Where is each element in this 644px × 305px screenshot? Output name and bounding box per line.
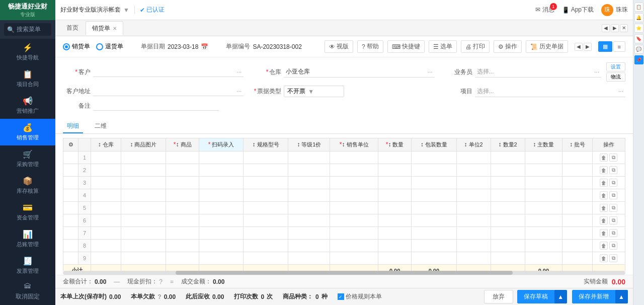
cell[interactable] — [166, 151, 199, 164]
form-nav-next[interactable]: ▶ — [584, 43, 592, 51]
address-picker-icon[interactable]: ··· — [236, 88, 242, 95]
project-picker-icon[interactable]: ··· — [618, 88, 623, 95]
cell[interactable] — [91, 202, 121, 214]
cell[interactable] — [199, 240, 244, 252]
cell[interactable] — [330, 214, 378, 227]
warehouse-picker-icon[interactable]: ··· — [428, 68, 433, 75]
rt-btn-4[interactable]: 🔖 — [634, 34, 643, 43]
cell[interactable] — [491, 227, 525, 240]
rt-btn-2[interactable]: 🔔 — [634, 13, 643, 22]
sidebar-item-project[interactable]: 📋 项目合同 — [0, 65, 55, 92]
cell[interactable] — [412, 202, 457, 214]
cell[interactable] — [412, 214, 457, 227]
form-nav-prev[interactable]: ◀ — [575, 43, 583, 51]
cell[interactable] — [525, 214, 562, 227]
row-copy-btn[interactable]: ⧉ — [609, 191, 617, 199]
cell[interactable] — [121, 202, 166, 214]
row-delete-btn[interactable]: 🗑 — [600, 229, 608, 237]
cell[interactable] — [491, 151, 525, 164]
cell[interactable] — [166, 164, 199, 177]
cell[interactable] — [63, 177, 78, 189]
view-button[interactable]: 👁视版 — [325, 40, 353, 53]
shortcut-button[interactable]: ⌨快捷键 — [387, 40, 425, 53]
salesperson-input[interactable]: 选择... ··· — [475, 66, 601, 78]
cell[interactable] — [491, 214, 525, 227]
cell[interactable] — [562, 227, 593, 240]
message-button[interactable]: ✉ 消息 1 — [535, 6, 554, 14]
cell[interactable] — [166, 252, 199, 265]
cell[interactable] — [121, 164, 166, 177]
rt-btn-3[interactable]: ⭐ — [634, 24, 643, 33]
row-delete-btn[interactable]: 🗑 — [600, 254, 608, 262]
table-row[interactable]: 9🗑⧉ — [63, 252, 625, 265]
cell[interactable] — [456, 240, 491, 252]
tab-sales-order[interactable]: 销货单 ✕ — [86, 21, 123, 35]
cell[interactable] — [243, 189, 288, 202]
cell[interactable] — [63, 202, 78, 214]
cell[interactable] — [121, 227, 166, 240]
cell[interactable] — [412, 240, 457, 252]
tab-2d[interactable]: 二维 — [91, 120, 111, 133]
th-unit[interactable]: *↕ 销售单位 — [330, 138, 378, 151]
radio-sales-order[interactable]: 销货单 — [63, 42, 90, 51]
row-delete-btn[interactable]: 🗑 — [600, 154, 608, 162]
cell[interactable] — [288, 214, 330, 227]
table-row[interactable]: 4🗑⧉ — [63, 189, 625, 202]
cell[interactable] — [491, 189, 525, 202]
cell[interactable] — [412, 151, 457, 164]
cell[interactable] — [525, 177, 562, 189]
cell[interactable] — [91, 252, 121, 265]
cell[interactable] — [63, 227, 78, 240]
help-button[interactable]: ?帮助 — [357, 40, 383, 53]
cell[interactable] — [562, 164, 593, 177]
cell[interactable] — [288, 202, 330, 214]
cell[interactable] — [199, 189, 244, 202]
cell[interactable] — [525, 164, 562, 177]
cell[interactable] — [63, 189, 78, 202]
cell[interactable] — [91, 189, 121, 202]
radio-return-order[interactable]: 退货单 — [96, 42, 123, 51]
cell[interactable] — [91, 177, 121, 189]
cell[interactable] — [91, 164, 121, 177]
th-qty[interactable]: *↕ 数量 — [378, 138, 412, 151]
table-row[interactable]: 1🗑⧉ — [63, 151, 625, 164]
rt-btn-1[interactable]: 📋 — [634, 3, 643, 12]
invoice-type-select[interactable]: 不开票 ▼ — [284, 86, 344, 97]
cell[interactable] — [166, 202, 199, 214]
th-price-level[interactable]: ↕ 等级1价 — [288, 138, 330, 151]
rt-btn-5[interactable]: 💬 — [634, 45, 643, 54]
cell[interactable] — [330, 202, 378, 214]
cell[interactable] — [412, 177, 457, 189]
cell[interactable] — [378, 252, 412, 265]
cell[interactable] — [378, 164, 412, 177]
th-qty2[interactable]: ↕ 数量2 — [491, 138, 525, 151]
cell[interactable] — [562, 202, 593, 214]
cell[interactable] — [378, 202, 412, 214]
customer-input[interactable]: ··· — [93, 67, 244, 77]
cell[interactable] — [199, 202, 244, 214]
row-delete-btn[interactable]: 🗑 — [600, 204, 608, 212]
th-warehouse[interactable]: ↕ 仓库 — [91, 138, 121, 151]
tab-nav-next[interactable]: ▶ — [611, 24, 619, 32]
table-scrollbar[interactable] — [63, 271, 625, 275]
save-draft-button[interactable]: 保存草稿 — [517, 290, 554, 303]
cell[interactable] — [525, 202, 562, 214]
cell[interactable] — [199, 164, 244, 177]
cell[interactable] — [525, 240, 562, 252]
cell[interactable] — [330, 252, 378, 265]
cell[interactable] — [562, 151, 593, 164]
cell[interactable] — [412, 189, 457, 202]
cell[interactable] — [330, 151, 378, 164]
cell[interactable] — [562, 214, 593, 227]
cell[interactable] — [199, 252, 244, 265]
cell[interactable] — [63, 240, 78, 252]
cell[interactable] — [562, 189, 593, 202]
row-copy-btn[interactable]: ⧉ — [609, 166, 617, 174]
th-pkg-qty[interactable]: ↕ 包装数量 — [412, 138, 457, 151]
user-area[interactable]: 珠 珠珠 — [601, 4, 628, 16]
calendar-icon[interactable]: 📅 — [201, 43, 208, 50]
cell[interactable] — [525, 189, 562, 202]
sidebar-item-invoice[interactable]: 🧾 发票管理 — [0, 252, 55, 279]
table-row[interactable]: 7🗑⧉ — [63, 227, 625, 240]
project-input[interactable]: 选择... ··· — [475, 86, 625, 97]
